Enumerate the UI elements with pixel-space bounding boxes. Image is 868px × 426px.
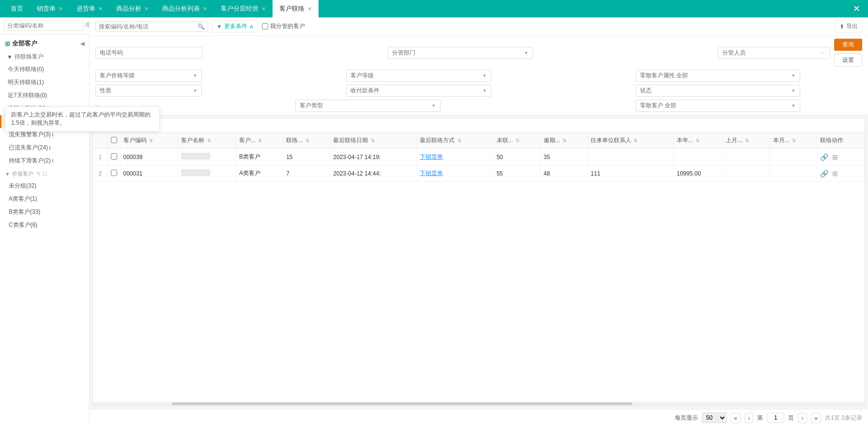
sort-icon[interactable]: ⇅ (305, 138, 309, 143)
next-page-button[interactable]: › (798, 413, 807, 423)
sidebar-item-declining[interactable]: 持续下滑客户(2) ℹ (0, 154, 89, 167)
close-icon[interactable]: ✕ (98, 6, 103, 12)
main-search-input[interactable] (99, 23, 196, 30)
contact-icon[interactable]: 🔗 (820, 153, 828, 161)
close-icon[interactable]: ✕ (261, 6, 266, 12)
sidebar-item-today[interactable]: 今天待联络(0) (0, 63, 89, 76)
more-action-icon[interactable]: ⊞ (832, 170, 838, 177)
scroll-thumb[interactable] (172, 402, 633, 405)
sort-icon[interactable]: ⇅ (457, 138, 461, 143)
more-filters-button[interactable]: ▼ 更多条件 ∧ (212, 20, 258, 32)
customer-type-cell: B类客户 (236, 149, 283, 165)
more-icon[interactable]: ··· (821, 49, 826, 56)
sidebar-item-ungrouped[interactable]: 未分组(32) (0, 179, 89, 192)
contacts-cell: 15 (283, 149, 330, 165)
company-contact-cell: 111 (588, 165, 674, 182)
filter-row-4: ··· 客户类型 ▼ 零散客户 全部 ▼ (95, 100, 862, 112)
nav-home[interactable]: 首页 (4, 0, 30, 17)
row-checkbox[interactable] (111, 153, 117, 160)
prev-page-button[interactable]: ‹ (745, 413, 753, 423)
department-filter[interactable]: 分管部门 ▼ (388, 47, 533, 59)
close-icon[interactable]: ✕ (59, 6, 63, 12)
row-checkbox[interactable] (111, 170, 117, 176)
row-checkbox-cell (107, 165, 120, 182)
phone-input[interactable] (126, 49, 198, 56)
overdue-cell: 35 (540, 149, 587, 165)
gender-filter[interactable]: 性质 ▼ (95, 85, 202, 97)
search-icon[interactable]: 🔍 (85, 22, 90, 29)
sidebar-all-customers[interactable]: ⊞ 全部客户 ◀ (0, 36, 89, 51)
sidebar-item-c-class[interactable]: C类客户(6) (0, 219, 89, 232)
last-month-cell (723, 149, 770, 165)
uncontacted-cell: 55 (493, 165, 540, 182)
sidebar-item-tomorrow[interactable]: 明天待联络(1) (0, 76, 89, 89)
query-button[interactable]: 查询 (834, 39, 862, 51)
chevron-down-icon: ▼ (482, 88, 487, 93)
nav-purchase[interactable]: 进货单 ✕ (70, 0, 109, 17)
nav-analysis[interactable]: 商品分析 ✕ (109, 0, 155, 17)
sort-icon[interactable]: ⇅ (258, 138, 262, 143)
check-icon[interactable]: ☐ (43, 171, 47, 176)
row-number: 1 (93, 149, 107, 165)
close-icon[interactable]: ✕ (144, 6, 149, 12)
pagination-bar: 每页显示 50 20 100 « ‹ 第 页 › » 共1页 2条记录 (90, 409, 868, 426)
status-filter[interactable]: 状态 ▼ (636, 85, 800, 97)
nav-customer-segment[interactable]: 客户分层经营 ✕ (214, 0, 273, 17)
contact-icon[interactable]: 🔗 (820, 170, 828, 177)
uncontacted-cell: 50 (493, 149, 540, 165)
window-close-button[interactable]: ✕ (849, 3, 864, 14)
current-page-input[interactable] (767, 413, 784, 423)
sidebar-search-area: 🔍 (0, 17, 89, 34)
customer-type-filter[interactable]: 客户类型 ▼ (295, 100, 441, 112)
last-page-button[interactable]: » (811, 413, 821, 423)
sort-icon[interactable]: ⇅ (696, 138, 700, 143)
sort-icon[interactable]: ⇅ (792, 138, 796, 143)
sidebar-group-pending[interactable]: ▼ 待联络客户 (0, 51, 89, 63)
payment-terms-filter[interactable]: 收付款条件 ▼ (346, 85, 491, 97)
sidebar-item-lost[interactable]: 已流失客户(24) ℹ (0, 141, 89, 154)
more-action-icon[interactable]: ⊞ (832, 153, 838, 161)
sort-icon[interactable]: ⇅ (563, 138, 566, 143)
settings-button[interactable]: 设置 (834, 54, 862, 67)
price-level-filter[interactable]: 客户价格等级 ▼ (95, 70, 202, 82)
chevron-down-icon: ▼ (431, 103, 436, 108)
col-last-method: 最后联络方式 ⇅ (417, 132, 493, 149)
sidebar-item-7days[interactable]: 近7天待联络(0) (0, 89, 89, 102)
nav-customer-contact[interactable]: 客户联络 ✕ (273, 0, 319, 17)
col-company-contact: 往来单位联系人 ⇅ (588, 132, 674, 149)
first-page-button[interactable]: « (731, 413, 741, 423)
search-icon[interactable]: 🔍 (198, 23, 205, 30)
col-customer-type: 客户... ⇅ (236, 132, 283, 149)
my-customer-checkbox[interactable] (262, 23, 268, 29)
col-uncontacted: 未联... ⇅ (493, 132, 540, 149)
my-customer-checkbox-label[interactable]: 我分管的客户 (262, 22, 305, 30)
contact-method-link[interactable]: 下销货单 (420, 170, 443, 176)
sort-icon[interactable]: ⇅ (149, 138, 153, 143)
sidebar-item-a-class[interactable]: A类客户(1) (0, 192, 89, 206)
contact-method-link[interactable]: 下销货单 (420, 153, 443, 160)
close-icon[interactable]: ✕ (203, 6, 207, 12)
nav-sales[interactable]: 销货单 ✕ (30, 0, 70, 17)
customer-code-cell: 000031 (120, 165, 178, 182)
per-page-select[interactable]: 50 20 100 (702, 412, 727, 423)
chevron-down-icon: ▼ (524, 50, 529, 56)
customer-name-cell (178, 149, 236, 165)
person-input[interactable] (748, 49, 821, 56)
close-icon[interactable]: ✕ (307, 6, 312, 12)
col-name: 客户名称 ⇅ (178, 132, 236, 149)
select-all-checkbox[interactable] (111, 137, 117, 143)
sidebar-item-b-class[interactable]: B类客户(33) (0, 206, 89, 219)
col-checkbox (107, 132, 120, 149)
sort-icon[interactable]: ⇅ (371, 138, 375, 143)
edit-icon[interactable]: ✎ (36, 171, 41, 177)
customer-level-filter[interactable]: 客户等级 ▼ (346, 70, 491, 82)
sidebar-search-input[interactable] (4, 20, 83, 31)
sort-icon[interactable]: ⇅ (516, 138, 519, 143)
retail-customer-filter[interactable]: 零散客户 全部 ▼ (636, 100, 800, 112)
sort-icon[interactable]: ⇅ (745, 138, 749, 143)
nav-analysis-list[interactable]: 商品分析列表 ✕ (155, 0, 214, 17)
sort-icon[interactable]: ⇅ (634, 138, 638, 143)
retail-attr-filter[interactable]: 零散客户属性 全部 ▼ (636, 70, 800, 82)
export-button[interactable]: ⬆ 导出 (835, 20, 862, 32)
sort-icon[interactable]: ⇅ (207, 138, 211, 143)
